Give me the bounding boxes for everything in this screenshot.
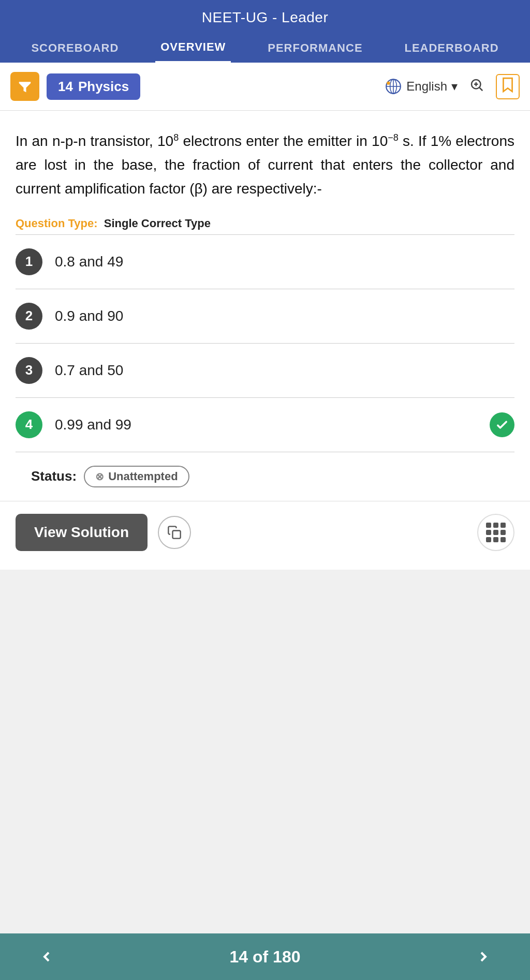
page-counter: 14 of 180 <box>93 947 437 967</box>
tab-scoreboard[interactable]: SCOREBOARD <box>26 32 124 62</box>
chevron-left-icon <box>38 948 55 965</box>
status-value: Unattempted <box>108 470 178 483</box>
option-number-4: 4 <box>16 411 42 438</box>
option-number-3: 3 <box>16 357 42 384</box>
svg-point-4 <box>387 81 390 84</box>
status-badge: ⊗ Unattempted <box>84 466 189 487</box>
question-type-key: Question Type: <box>16 217 98 230</box>
tab-leaderboard[interactable]: LEADERBOARD <box>399 32 504 62</box>
svg-line-6 <box>480 87 483 91</box>
chevron-right-icon <box>475 948 492 965</box>
language-label: English <box>406 79 447 94</box>
question-number: 14 <box>58 79 73 95</box>
filter-button[interactable] <box>10 72 39 101</box>
question-type-value: Single Correct Type <box>104 217 211 230</box>
options-list: 1 0.8 and 49 2 0.9 and 90 3 0.7 and 50 4… <box>16 234 514 452</box>
option-item-1[interactable]: 1 0.8 and 49 <box>16 234 514 289</box>
checkmark-icon <box>495 418 509 432</box>
subject-label: Physics <box>78 79 129 95</box>
nav-tabs: SCOREBOARD OVERVIEW PERFORMANCE LEADERBO… <box>0 31 530 63</box>
bookmark-icon <box>501 77 514 93</box>
tab-overview[interactable]: OVERVIEW <box>155 31 231 63</box>
action-row: View Solution <box>0 501 530 570</box>
globe-icon <box>385 78 402 95</box>
option-item-2[interactable]: 2 0.9 and 90 <box>16 289 514 343</box>
option-text-1: 0.8 and 49 <box>55 254 514 270</box>
pagination-display: 14 of 180 <box>230 947 301 966</box>
question-card: In an n-p-n transistor, 108 electrons en… <box>0 111 530 501</box>
copy-button[interactable] <box>158 516 191 549</box>
option-item-4[interactable]: 4 0.99 and 99 <box>16 397 514 452</box>
filter-icon <box>17 79 33 94</box>
app-title-text: NEET-UG - Leader <box>202 9 329 25</box>
option-number-2: 2 <box>16 303 42 330</box>
correct-answer-icon <box>490 412 514 437</box>
svg-rect-9 <box>173 530 181 538</box>
subject-badge: 14 Physics <box>47 73 140 100</box>
zoom-button[interactable] <box>465 75 489 98</box>
option-text-4: 0.99 and 99 <box>55 417 477 433</box>
view-solution-label: View Solution <box>34 524 129 540</box>
x-icon: ⊗ <box>95 470 104 483</box>
question-text: In an n-p-n transistor, 108 electrons en… <box>16 129 514 201</box>
option-item-3[interactable]: 3 0.7 and 50 <box>16 343 514 397</box>
zoom-icon <box>469 77 484 93</box>
grid-button[interactable] <box>477 514 514 551</box>
view-solution-button[interactable]: View Solution <box>16 514 148 551</box>
option-number-1: 1 <box>16 248 42 275</box>
bottom-navigation: 14 of 180 <box>0 933 530 980</box>
grid-icon <box>486 523 506 542</box>
bookmark-button[interactable] <box>496 74 520 99</box>
question-type: Question Type: Single Correct Type <box>16 217 514 230</box>
filter-row: 14 Physics English ▾ <box>0 63 530 111</box>
chevron-down-icon: ▾ <box>451 79 458 94</box>
app-title: NEET-UG - Leader <box>0 0 530 31</box>
previous-button[interactable] <box>0 933 93 980</box>
option-text-2: 0.9 and 90 <box>55 308 514 324</box>
next-button[interactable] <box>437 933 530 980</box>
status-label: Status: <box>31 468 77 484</box>
copy-icon <box>167 525 182 540</box>
status-row: Status: ⊗ Unattempted <box>16 452 514 501</box>
tab-performance[interactable]: PERFORMANCE <box>262 32 367 62</box>
option-text-3: 0.7 and 50 <box>55 362 514 379</box>
language-selector[interactable]: English ▾ <box>385 78 458 95</box>
